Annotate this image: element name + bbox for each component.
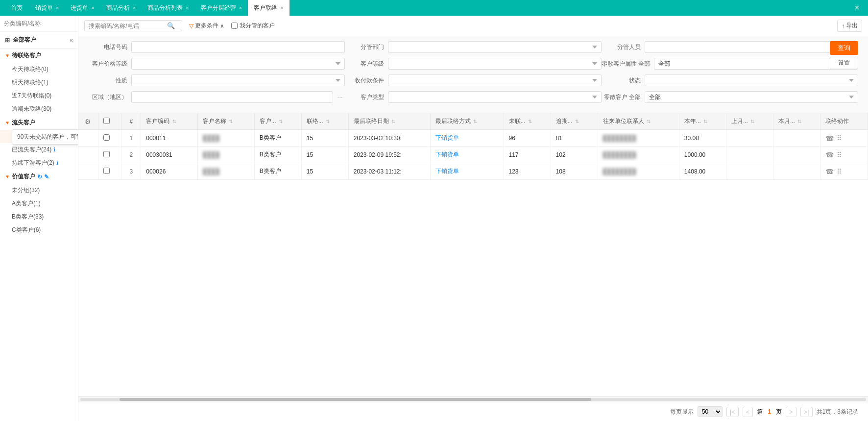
th-last-month[interactable]: 上月... ⇅ bbox=[726, 113, 773, 130]
close-analysis-tab[interactable]: × bbox=[133, 5, 136, 11]
row-checkbox-0[interactable] bbox=[103, 134, 110, 141]
region-input[interactable] bbox=[131, 91, 333, 103]
th-code[interactable]: 客户编码 ⇅ bbox=[141, 113, 198, 130]
sidebar-item-class-a[interactable]: A类客户(1) bbox=[0, 197, 78, 210]
td-check-1[interactable] bbox=[98, 147, 121, 163]
price-level-select[interactable] bbox=[131, 58, 345, 70]
th-settings[interactable]: ⚙ bbox=[78, 113, 98, 130]
contact-action-icon-0[interactable]: ☎ bbox=[825, 134, 834, 142]
sidebar-item-class-c[interactable]: C类客户(6) bbox=[0, 223, 78, 237]
more-conditions-button[interactable]: ▽ 更多条件 ∧ bbox=[186, 20, 227, 31]
th-overdue[interactable]: 逾期... ⇅ bbox=[551, 113, 598, 130]
th-unit-contact[interactable]: 往来单位联系人 ⇅ bbox=[598, 113, 679, 130]
nav-tab-customer-contact[interactable]: 客户联络 × bbox=[248, 0, 289, 16]
row-checkbox-1[interactable] bbox=[103, 151, 110, 157]
td-settings-0 bbox=[78, 130, 98, 147]
sort-icon-code: ⇅ bbox=[172, 119, 176, 124]
sidebar-item-today-pending[interactable]: 今天待联络(0) bbox=[0, 63, 78, 76]
th-last-method[interactable]: 最后联络方式 ⇅ bbox=[431, 113, 504, 130]
first-page-button[interactable]: |< bbox=[726, 407, 739, 417]
contact-action-icon-1[interactable]: ☎ bbox=[825, 151, 834, 159]
nav-tab-analysis-list[interactable]: 商品分析列表 × bbox=[142, 0, 194, 16]
person-input-area: ··· bbox=[645, 41, 858, 53]
sidebar-item-week-pending[interactable]: 近7天待联络(0) bbox=[0, 89, 78, 102]
scrollbar-track bbox=[80, 398, 866, 401]
my-customers-check[interactable] bbox=[231, 23, 238, 29]
nav-tab-home[interactable]: 首页 bbox=[4, 0, 29, 16]
page-label: 第 bbox=[757, 408, 763, 416]
prev-page-button[interactable]: < bbox=[743, 407, 753, 417]
close-customer-layer-tab[interactable]: × bbox=[239, 5, 242, 11]
customer-level-select[interactable] bbox=[388, 58, 602, 70]
nav-tab-purchase[interactable]: 进货单 × bbox=[65, 0, 100, 16]
more-action-icon-2[interactable]: ⠿ bbox=[837, 168, 842, 175]
td-last-method-1[interactable]: 下销货单 bbox=[431, 147, 504, 163]
sidebar-item-class-b[interactable]: B类客户(33) bbox=[0, 210, 78, 223]
th-name[interactable]: 客户名称 ⇅ bbox=[197, 113, 254, 130]
th-this-month[interactable]: 本月... ⇅ bbox=[773, 113, 820, 130]
close-customer-contact-tab[interactable]: × bbox=[280, 5, 283, 11]
sidebar-search-input[interactable] bbox=[4, 20, 77, 27]
th-uncontacted[interactable]: 未联... ⇅ bbox=[504, 113, 551, 130]
sidebar-group-value[interactable]: ▼ 价值客户 ↻ ✎ bbox=[0, 170, 78, 184]
close-sales-tab[interactable]: × bbox=[56, 5, 59, 11]
close-purchase-tab[interactable]: × bbox=[91, 5, 94, 11]
close-analysis-list-tab[interactable]: × bbox=[186, 5, 189, 11]
phone-input[interactable] bbox=[131, 41, 345, 53]
th-this-year[interactable]: 本年... ⇅ bbox=[679, 113, 726, 130]
select-all-checkbox[interactable] bbox=[103, 118, 110, 124]
th-last-date[interactable]: 最后联络日期 ⇅ bbox=[348, 113, 430, 130]
nav-tab-sales[interactable]: 销货单 × bbox=[29, 0, 65, 16]
my-customers-checkbox[interactable]: 我分管的客户 bbox=[231, 22, 275, 30]
td-this-month-1 bbox=[773, 147, 820, 163]
close-all-button[interactable]: × bbox=[850, 3, 864, 12]
retail-attr-label: 零散客户属性 全部 bbox=[602, 60, 650, 68]
filter-cell-price-level: 客户价格等级 bbox=[88, 58, 345, 70]
settings-button[interactable]: 设置 bbox=[830, 57, 858, 69]
dept-select[interactable] bbox=[388, 41, 602, 53]
sidebar-item-tomorrow-pending[interactable]: 明天待联络(1) bbox=[0, 76, 78, 89]
sidebar-group-pending-contact[interactable]: ▼ 待联络客户 bbox=[0, 49, 78, 63]
sidebar-item-already-lost[interactable]: 已流失客户(24) ℹ bbox=[0, 143, 78, 156]
nav-tab-analysis[interactable]: 商品分析 × bbox=[100, 0, 142, 16]
sidebar-group-lost[interactable]: ▼ 流失客户 bbox=[0, 116, 78, 130]
td-check-0[interactable] bbox=[98, 130, 121, 147]
search-input[interactable] bbox=[89, 23, 167, 29]
td-overdue-0: 81 bbox=[551, 130, 598, 147]
search-button[interactable]: 🔍 bbox=[167, 22, 175, 29]
sidebar-item-ungrouped[interactable]: 未分组(32) bbox=[0, 184, 78, 197]
arrow-icon: ▼ bbox=[5, 53, 10, 58]
nature-select[interactable] bbox=[131, 74, 345, 86]
person-input[interactable] bbox=[645, 41, 846, 53]
more-action-icon-1[interactable]: ⠿ bbox=[837, 151, 842, 159]
payment-select[interactable] bbox=[388, 74, 602, 86]
region-more-btn[interactable]: ··· bbox=[335, 93, 345, 101]
row-checkbox-2[interactable] bbox=[103, 168, 110, 174]
th-type[interactable]: 客户... ⇅ bbox=[254, 113, 301, 130]
export-button[interactable]: ↑ 导出 bbox=[837, 20, 862, 32]
customer-type-select[interactable] bbox=[388, 91, 602, 103]
page-size-select[interactable]: 50 20 100 bbox=[698, 406, 723, 417]
td-last-method-0[interactable]: 下销货单 bbox=[431, 130, 504, 147]
nav-tab-customer-layer[interactable]: 客户分层经营 × bbox=[195, 0, 248, 16]
td-last-method-2[interactable]: 下销货单 bbox=[431, 163, 504, 180]
sidebar-item-declining[interactable]: 持续下滑客户(2) ℹ bbox=[0, 156, 78, 170]
refresh-icon[interactable]: ↻ bbox=[37, 173, 42, 180]
sidebar-item-overdue[interactable]: 逾期未联络(30) bbox=[0, 102, 78, 116]
horizontal-scrollbar[interactable] bbox=[78, 396, 868, 402]
next-page-button[interactable]: > bbox=[786, 407, 796, 417]
contact-action-icon-2[interactable]: ☎ bbox=[825, 168, 834, 175]
filter-bar: 🔍 ▽ 更多条件 ∧ 我分管的客户 ↑ 导出 bbox=[78, 16, 868, 36]
query-button[interactable]: 查询 bbox=[830, 41, 858, 55]
retail-attr-select[interactable]: 全部 bbox=[654, 58, 858, 70]
settings-icon[interactable]: ⚙ bbox=[85, 118, 91, 125]
edit-icon[interactable]: ✎ bbox=[44, 173, 49, 180]
sidebar-all-customers[interactable]: ⊞ 全部客户 « bbox=[0, 32, 78, 49]
status-select[interactable] bbox=[645, 74, 858, 86]
sort-icon-year: ⇅ bbox=[703, 119, 707, 124]
last-page-button[interactable]: >| bbox=[800, 407, 813, 417]
td-check-2[interactable] bbox=[98, 163, 121, 180]
more-action-icon-0[interactable]: ⠿ bbox=[837, 134, 842, 142]
retail-customer-select[interactable]: 全部 bbox=[645, 91, 858, 103]
th-contact[interactable]: 联络... ⇅ bbox=[301, 113, 348, 130]
